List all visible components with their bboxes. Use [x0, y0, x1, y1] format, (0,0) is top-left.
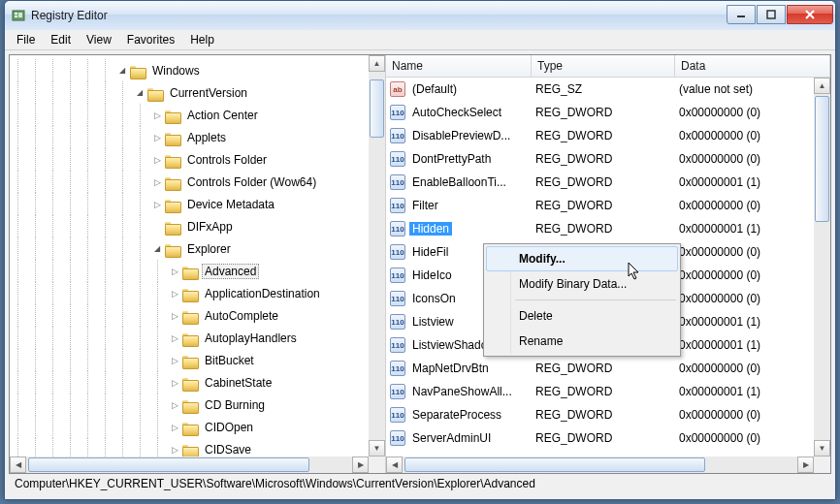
expand-icon[interactable]	[167, 331, 182, 346]
scroll-right-icon[interactable]: ▶	[797, 457, 814, 473]
expand-icon[interactable]	[167, 420, 182, 435]
close-button[interactable]	[787, 5, 833, 24]
expand-icon[interactable]	[167, 308, 182, 324]
list-row[interactable]: 110ServerAdminUIREG_DWORD0x00000000 (0)	[386, 426, 814, 450]
app-icon	[11, 8, 26, 23]
titlebar[interactable]: Registry Editor	[5, 1, 835, 30]
scroll-corner	[369, 457, 385, 473]
dword-value-icon: 110	[390, 151, 405, 167]
scroll-left-icon[interactable]: ◀	[10, 457, 26, 473]
tree-item[interactable]: Action Center	[10, 104, 369, 126]
tree-item[interactable]: Explorer	[10, 237, 369, 260]
menu-view[interactable]: View	[79, 31, 119, 48]
dword-value-icon: 110	[390, 174, 405, 190]
tree-horizontal-scrollbar[interactable]: ◀ ▶	[10, 457, 369, 473]
scrollbar-thumb[interactable]	[404, 457, 705, 472]
tree-item-label: BitBucket	[202, 353, 257, 368]
scroll-right-icon[interactable]: ▶	[352, 457, 369, 473]
expand-icon[interactable]	[167, 353, 182, 368]
scroll-up-icon[interactable]: ▲	[814, 78, 830, 94]
value-data: 0x00000000 (0)	[679, 245, 814, 259]
scroll-up-icon[interactable]: ▲	[369, 55, 385, 72]
value-data: 0x00000001 (1)	[679, 175, 814, 189]
value-type: REG_DWORD	[535, 106, 679, 119]
folder-icon	[182, 421, 198, 434]
list-row[interactable]: 110SeparateProcessREG_DWORD0x00000000 (0…	[386, 403, 814, 426]
expand-icon[interactable]	[167, 442, 182, 457]
list-row[interactable]: 110DisablePreviewD...REG_DWORD0x00000000…	[386, 124, 814, 147]
list-row[interactable]: 110EnableBalloonTi...REG_DWORD0x00000001…	[386, 171, 814, 194]
dword-value-icon: 110	[390, 407, 405, 423]
context-menu-modify[interactable]: Modify...	[486, 246, 678, 271]
tree-item[interactable]: BitBucket	[10, 349, 369, 371]
expand-icon[interactable]	[149, 197, 165, 212]
expand-icon[interactable]	[149, 152, 165, 168]
tree-item[interactable]: CIDOpen	[10, 416, 369, 438]
column-name[interactable]: Name	[386, 55, 532, 77]
scrollbar-thumb[interactable]	[815, 96, 829, 222]
tree-item[interactable]: Controls Folder (Wow64)	[10, 171, 369, 193]
tree-item-label: CIDOpen	[202, 420, 256, 435]
folder-icon	[165, 198, 180, 211]
context-menu-modify-binary[interactable]: Modify Binary Data...	[486, 271, 678, 297]
tree-item[interactable]: DIFxApp	[10, 215, 369, 237]
collapse-icon[interactable]	[114, 63, 130, 79]
value-name: Hidden	[409, 222, 535, 236]
expand-icon[interactable]	[167, 397, 182, 413]
expand-icon[interactable]	[167, 375, 182, 391]
menu-file[interactable]: File	[9, 31, 43, 48]
expand-icon[interactable]	[167, 286, 182, 301]
scroll-down-icon[interactable]: ▼	[369, 440, 385, 457]
folder-icon	[130, 64, 145, 78]
list-row[interactable]: 110FilterREG_DWORD0x00000000 (0)	[386, 194, 814, 217]
scrollbar-thumb[interactable]	[28, 457, 309, 472]
expand-icon[interactable]	[149, 219, 165, 235]
expand-icon[interactable]	[167, 264, 182, 279]
tree-item[interactable]: CurrentVersion	[10, 81, 369, 104]
expand-icon[interactable]	[149, 130, 165, 145]
tree-item[interactable]: ApplicationDestination	[10, 282, 369, 304]
value-data: 0x00000000 (0)	[679, 431, 814, 445]
value-data: 0x00000001 (1)	[679, 338, 814, 352]
tree-item[interactable]: AutoplayHandlers	[10, 327, 369, 349]
column-data[interactable]: Data	[675, 55, 830, 77]
column-type[interactable]: Type	[532, 55, 675, 77]
list-row[interactable]: 110AutoCheckSelectREG_DWORD0x00000000 (0…	[386, 101, 814, 124]
menu-edit[interactable]: Edit	[43, 31, 79, 48]
tree-item[interactable]: Advanced	[10, 260, 369, 282]
list-vertical-scrollbar[interactable]: ▲ ▼	[814, 78, 830, 457]
tree-vertical-scrollbar[interactable]: ▲ ▼	[369, 55, 385, 457]
context-menu-delete[interactable]: Delete	[486, 303, 678, 329]
scroll-left-icon[interactable]: ◀	[386, 457, 403, 473]
list-row[interactable]: 110HiddenREG_DWORD0x00000001 (1)	[386, 217, 814, 240]
tree-item[interactable]: Controls Folder	[10, 148, 369, 171]
minimize-button[interactable]	[727, 5, 756, 24]
dword-value-icon: 110	[390, 244, 405, 260]
tree-item[interactable]: CabinetState	[10, 371, 369, 394]
tree-item[interactable]: CD Burning	[10, 394, 369, 416]
registry-tree[interactable]: WindowsCurrentVersionAction CenterApplet…	[10, 55, 369, 457]
scroll-down-icon[interactable]: ▼	[814, 440, 830, 457]
tree-item[interactable]: CIDSave	[10, 438, 369, 457]
dword-value-icon: 110	[390, 291, 405, 306]
tree-item[interactable]: AutoComplete	[10, 304, 369, 327]
collapse-icon[interactable]	[132, 85, 147, 101]
context-menu-rename[interactable]: Rename	[486, 329, 678, 354]
menu-favorites[interactable]: Favorites	[119, 31, 182, 48]
maximize-button[interactable]	[757, 5, 786, 24]
list-row[interactable]: 110NavPaneShowAll...REG_DWORD0x00000001 …	[386, 380, 814, 403]
tree-pane: WindowsCurrentVersionAction CenterApplet…	[10, 55, 386, 473]
tree-item[interactable]: Applets	[10, 126, 369, 148]
expand-icon[interactable]	[149, 174, 165, 190]
scrollbar-thumb[interactable]	[370, 79, 384, 138]
dword-value-icon: 110	[390, 337, 405, 353]
list-row[interactable]: ab(Default)REG_SZ(value not set)	[386, 78, 814, 101]
menu-help[interactable]: Help	[182, 31, 222, 48]
tree-item[interactable]: Windows	[10, 59, 369, 81]
expand-icon[interactable]	[149, 108, 165, 123]
tree-item[interactable]: Device Metadata	[10, 193, 369, 215]
list-row[interactable]: 110DontPrettyPathREG_DWORD0x00000000 (0)	[386, 147, 814, 171]
collapse-icon[interactable]	[149, 241, 165, 257]
list-row[interactable]: 110MapNetDrvBtnREG_DWORD0x00000000 (0)	[386, 357, 814, 380]
list-horizontal-scrollbar[interactable]: ◀ ▶	[386, 457, 814, 473]
